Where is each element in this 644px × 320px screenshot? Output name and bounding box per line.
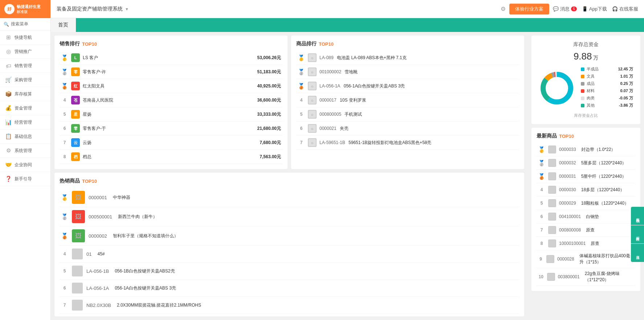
product-info: 001000002 雪地靴 (319, 69, 518, 75)
hot-product-thumb (72, 266, 83, 276)
product-code: LA-089 (319, 55, 334, 60)
sidebar-item-base-info[interactable]: 📋 基础信息 (0, 130, 50, 144)
legend-name: 肉类 (587, 95, 617, 101)
product-name: 056-1A白色按键开关盖ABS 3壳 (344, 83, 405, 89)
legend-item: 文具 1.01 万 (581, 74, 633, 79)
hot-product-code: 0000002 (89, 233, 107, 239)
rank-name: 零售客户-许 (83, 69, 254, 75)
app-download-action[interactable]: 📱 App下载 (582, 6, 607, 12)
sidebar-item-quick-nav[interactable]: ⊞ 快捷导航 (0, 30, 50, 45)
rank-amount: 40,925.00元 (257, 83, 281, 89)
product-rank-row: 🥇 G LA-089 电池盖 LA-089 ABS本色+黑种 7.1克 (296, 51, 519, 65)
inventory-title: 库存总资金 (537, 41, 635, 48)
rank-avatar: 星 (71, 110, 80, 119)
sidebar-item-purchase[interactable]: 🛒 采购管理 (0, 73, 50, 87)
medal-icon: 🥇 (61, 54, 68, 61)
hot-product-code: 000500001 (89, 214, 112, 220)
product-code: 0000021 (319, 126, 337, 131)
sales-rank-row: 🥉 红 红太阳文具 40,925.00元 (60, 79, 282, 93)
sales-rank-row: 🥈 零 零售客户-许 51,183.00元 (60, 65, 282, 79)
sidebar-item-cooperation[interactable]: 🤝 企业协同 (0, 158, 50, 172)
new-product-row: 🥈 0000032 5厘多层（1220*2440） (537, 156, 635, 170)
sales-ranking-table: 🥇 L LS 客户 53,006.26元 🥈 零 零售客户-许 51,183.0… (60, 51, 282, 164)
hot-product-name: 新西兰牛肉（新牛） (118, 214, 518, 220)
hot-product-row: 🥉 🖼 0000002 智利车子里（规格不知道填什么） (60, 226, 519, 246)
hot-products-label: 热销商品 (60, 178, 80, 184)
header-actions: 💬 消息 6 📱 App下载 🎧 在线客服 (553, 6, 638, 12)
rank-avatar: 云 (71, 138, 80, 147)
inventory-legend: 半成品 12.45 万 文具 1.01 万 成品 0.25 万 材料 0.07 … (581, 66, 633, 110)
np-name: 体碱嘉核味苏打饮品400毫升（1*15） (579, 253, 634, 265)
rankings-row: 销售排行 TOP10 🥇 L LS 客户 53,006.26元 🥈 零 零售客户… (54, 36, 524, 169)
float-cs-community[interactable]: 服务社区 (631, 225, 644, 243)
product-code: LA-59651-1B (319, 140, 345, 145)
hot-product-code: 01 (86, 251, 91, 257)
legend-name: 其他 (587, 103, 617, 108)
product-thumb: G (308, 138, 317, 147)
sidebar-label-purchase: 采购管理 (15, 77, 32, 83)
product-code: 001000002 (319, 69, 341, 74)
sidebar-item-inventory[interactable]: 📦 库存核算 (0, 87, 50, 101)
tab-home[interactable]: 首页 (51, 18, 76, 32)
np-code: 0000032 (559, 160, 576, 165)
sales-ranking-card: 销售排行 TOP10 🥇 L LS 客户 53,006.26元 🥈 零 零售客户… (54, 36, 288, 169)
rank-avatar: 档 (71, 152, 80, 161)
product-code: 0000017 (319, 98, 337, 103)
medal-icon: 🥉 (298, 83, 305, 90)
rank-name: 星扬 (83, 111, 254, 118)
new-products-card: 最新商品 TOP10 🥇 0000033 封边带（1.0*22） 🥈 00000… (531, 128, 640, 291)
online-service-action[interactable]: 🎧 在线客服 (612, 6, 638, 12)
new-product-row: 6 004100001 白钢垫 (537, 210, 635, 223)
hot-product-thumb (72, 300, 83, 311)
sidebar-item-sales[interactable]: 🏷 销售管理 (0, 59, 50, 73)
product-thumb: G (308, 53, 317, 62)
system-name: 装备及固定资产辅助管理系统 (57, 6, 123, 12)
inventory-unit: 万 (593, 55, 598, 61)
float-cs-hotline[interactable]: 客服热线 (631, 207, 644, 225)
hot-product-name: 2.0X30MM双搓花轴.搓花直径2.1MM/ROHS (117, 302, 518, 308)
svg-rect-22 (549, 160, 555, 166)
sidebar-item-system[interactable]: ⚙ 系统管理 (0, 144, 50, 158)
operations-icon: 📊 (5, 119, 12, 126)
sidebar: 好 畅捷通好生意 标准版 🔍 搜索菜单 ⊞ 快捷导航 ◎ 营销推广 🏷 销售管理… (0, 0, 51, 320)
hot-product-name: 45# (97, 251, 518, 257)
message-action[interactable]: 💬 消息 6 (553, 6, 577, 12)
new-product-row: 🥇 0000033 封边带（1.0*22） (537, 143, 635, 156)
tab-nav: 首页 (51, 18, 644, 32)
settings-icon[interactable]: ⚙ (501, 5, 506, 12)
rank-number: 5 (61, 268, 68, 274)
sidebar-item-finance[interactable]: 💰 资金管理 (0, 101, 50, 115)
sales-icon: 🏷 (5, 62, 12, 69)
sidebar-label-cooperation: 企业协同 (15, 162, 32, 168)
sales-rank-row: 🥇 L LS 客户 53,006.26元 (60, 51, 282, 65)
finance-icon: 💰 (5, 105, 12, 111)
product-rank-row: 7 G LA-59651-1B 59651-1B旋转投影灯电池盒ABS黑色+58… (296, 136, 519, 150)
hot-products-card: 热销商品 TOP10 🥇 🖼 0000001 中华神器 🥈 🖼 00050000… (54, 173, 524, 316)
base-info-icon: 📋 (5, 133, 12, 140)
sidebar-item-marketing[interactable]: ◎ 营销推广 (0, 45, 50, 59)
legend-name: 材料 (587, 88, 618, 94)
cooperation-icon: 🤝 (5, 161, 12, 168)
trial-button[interactable]: 体验行业方案 (509, 4, 549, 15)
inventory-card: 库存总资金 9.88 万 (531, 36, 640, 124)
system-dropdown-icon[interactable]: ▼ (125, 7, 129, 11)
np-name: 5厘多层（1220*2440） (581, 160, 627, 166)
legend-item: 其他 -3.86 万 (581, 103, 633, 108)
product-ranking-table: 🥇 G LA-089 电池盖 LA-089 ABS本色+黑种 7.1克 🥈 G … (296, 51, 519, 150)
sales-rank-row: 6 零 零售客户-于 21,680.00元 (60, 122, 282, 136)
float-cs-live[interactable]: 直播 (631, 244, 644, 262)
sidebar-item-guide[interactable]: ❓ 新手引导 (0, 172, 50, 186)
hot-product-name: 中华神器 (113, 194, 518, 201)
rank-number: 8 (61, 154, 68, 159)
legend-item: 成品 0.25 万 (581, 81, 633, 86)
hot-product-row: 4 01 45# (60, 246, 519, 263)
svg-text:G: G (311, 71, 313, 74)
product-name: 夹壳 (340, 126, 349, 131)
sidebar-search[interactable]: 🔍 搜索菜单 (0, 18, 50, 30)
purchase-icon: 🛒 (5, 77, 12, 83)
sales-rank-row: 7 云 云扬 7,680.00元 (60, 136, 282, 150)
main-content: 装备及固定资产辅助管理系统 ▼ ⚙ 体验行业方案 💬 消息 6 📱 App下载 … (51, 0, 644, 320)
sidebar-item-operations[interactable]: 📊 经营管理 (0, 115, 50, 130)
medal-icon: 🥇 (538, 146, 545, 153)
product-info: LA-59651-1B 59651-1B旋转投影灯电池盒ABS黑色+58壳 (319, 140, 518, 146)
